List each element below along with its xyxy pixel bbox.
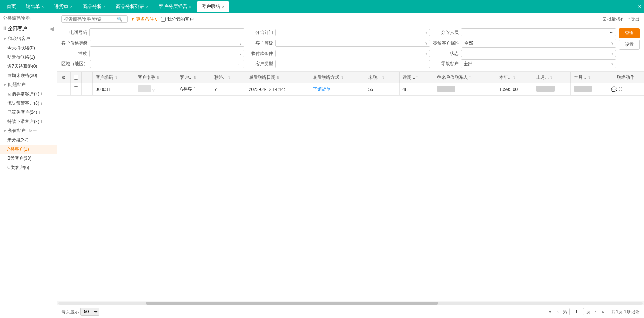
- sidebar-item-class-b[interactable]: B类客户(33): [0, 154, 57, 163]
- nav-tab-customer-contact[interactable]: 客户联络 ×: [197, 1, 229, 12]
- sidebar-section-problem-title[interactable]: ▼ 问题客户: [0, 80, 57, 89]
- column-settings-icon[interactable]: ⚙: [62, 75, 66, 80]
- sidebar-collapse-icon[interactable]: ◀: [50, 26, 54, 32]
- row-contact: 7: [214, 87, 217, 92]
- close-product-analysis-tab[interactable]: ×: [103, 4, 105, 9]
- churned-info-icon[interactable]: ℹ: [39, 110, 40, 114]
- churn-warning-info-icon[interactable]: ℹ: [41, 101, 42, 105]
- filter-item-phone: 电话号码: [61, 28, 244, 36]
- value-section-edit-icon[interactable]: ✏: [33, 128, 37, 133]
- th-last-month[interactable]: 上月... ⇅: [533, 72, 570, 83]
- repurchase-abnormal-label: 回购异常客户(2): [7, 91, 39, 97]
- export-btn[interactable]: ↑ 导出: [628, 16, 640, 22]
- phone-input[interactable]: [89, 28, 244, 36]
- th-this-month-sort-icon: ⇅: [587, 76, 590, 80]
- sidebar-item-ungrouped[interactable]: 未分组(32): [0, 135, 57, 145]
- th-this-year[interactable]: 本年... ⇅: [496, 72, 533, 83]
- th-last-date[interactable]: 最后联络日期 ⇅: [246, 72, 310, 83]
- chat-action-icon[interactable]: 💬: [611, 86, 617, 92]
- th-overdue[interactable]: 逾期... ⇅: [400, 72, 434, 83]
- sidebar-item-7days[interactable]: 近7天待联络(0): [0, 62, 57, 71]
- nature-select[interactable]: ∨: [89, 50, 244, 57]
- td-no-contact: 55: [365, 83, 400, 96]
- th-unit-contact[interactable]: 往来单位联系人 ⇅: [434, 72, 496, 83]
- dept-select[interactable]: ∨: [275, 29, 430, 36]
- th-name[interactable]: 客户名称 ⇅: [135, 72, 177, 83]
- close-purchase-tab[interactable]: ×: [70, 4, 72, 9]
- next-page-btn[interactable]: ›: [593, 308, 598, 315]
- repurchase-info-icon[interactable]: ℹ: [41, 92, 42, 96]
- region-input[interactable]: ···: [90, 60, 244, 68]
- prev-page-btn[interactable]: ‹: [555, 308, 561, 315]
- nav-tab-purchase[interactable]: 进货单 ×: [50, 1, 76, 12]
- more-filter-btn[interactable]: ▼ 更多条件 ∨: [130, 16, 158, 22]
- page-size-select[interactable]: 10 20 50 100: [80, 308, 99, 316]
- close-product-list-tab[interactable]: ×: [146, 4, 148, 9]
- batch-checkbox-icon: ☑: [602, 17, 607, 22]
- customer-type-input[interactable]: [275, 60, 430, 68]
- region-label: 区域（地区）: [61, 61, 88, 67]
- nav-tab-product-analysis[interactable]: 商品分析 ×: [78, 1, 110, 12]
- th-last-method-sort-icon: ⇅: [340, 76, 343, 80]
- sidebar-item-churn-warning[interactable]: 流失预警客户(3) ℹ: [0, 99, 57, 108]
- sidebar-item-repurchase-abnormal[interactable]: 回购异常客户(2) ℹ: [0, 89, 57, 99]
- payment-select[interactable]: ∨: [275, 50, 430, 57]
- th-code[interactable]: 客户编码 ⇅: [93, 72, 135, 83]
- th-contact[interactable]: 联络... ⇅: [211, 72, 246, 83]
- sidebar-item-class-a[interactable]: A类客户(1): [0, 145, 57, 154]
- td-code: 000031: [93, 83, 135, 96]
- row-last-method[interactable]: 下销货单: [313, 86, 330, 92]
- sidebar-item-today[interactable]: 今天待联络(0): [0, 43, 57, 53]
- th-no-contact-label: 未联...: [368, 74, 381, 81]
- close-all-tabs[interactable]: ×: [638, 3, 641, 10]
- page-input[interactable]: [569, 308, 584, 315]
- retail-attr-select[interactable]: 全部 ∨: [462, 39, 616, 48]
- close-customer-contact-tab[interactable]: ×: [222, 4, 224, 9]
- sidebar-item-churned[interactable]: 已流失客户(24) ℹ: [0, 108, 57, 117]
- sidebar-section-value-title[interactable]: ▼ 价值客户 ↻ ✏: [0, 126, 57, 135]
- declining-info-icon[interactable]: ℹ: [41, 120, 42, 124]
- nav-home[interactable]: 首页: [3, 3, 20, 10]
- query-button[interactable]: 查询: [619, 28, 640, 38]
- sidebar-item-declining[interactable]: 持续下滑客户(2) ℹ: [0, 117, 57, 126]
- td-settings: [57, 83, 71, 96]
- th-settings[interactable]: ⚙: [57, 72, 71, 83]
- value-section-refresh-icon[interactable]: ↻: [29, 128, 32, 133]
- customer-level-select[interactable]: ∨: [275, 40, 430, 47]
- sidebar-item-class-c[interactable]: C类客户(6): [0, 163, 57, 172]
- close-sales-tab[interactable]: ×: [42, 4, 44, 9]
- settings-button[interactable]: 设置: [619, 40, 640, 50]
- nav-tab-product-list[interactable]: 商品分析列表 ×: [111, 1, 153, 12]
- select-all-checkbox[interactable]: [74, 75, 78, 80]
- first-page-btn[interactable]: «: [547, 308, 553, 315]
- sidebar-search-input[interactable]: [3, 15, 57, 21]
- filter-search-icon[interactable]: 🔍: [117, 17, 122, 22]
- th-no-contact[interactable]: 未联... ⇅: [365, 72, 400, 83]
- person-input[interactable]: ···: [461, 28, 616, 36]
- my-customers-checkbox[interactable]: [161, 17, 166, 22]
- filter-item-nature: 性质 ∨: [61, 50, 244, 57]
- search-input[interactable]: [64, 17, 115, 22]
- horizontal-scroll[interactable]: [57, 301, 644, 305]
- th-this-month[interactable]: 本月... ⇅: [570, 72, 608, 83]
- price-level-select[interactable]: ∨: [90, 40, 244, 47]
- th-last-month-sort-icon: ⇅: [550, 76, 553, 80]
- status-select[interactable]: ∨: [461, 50, 616, 57]
- filter-bar: 🔍 ▼ 更多条件 ∨ 我分管的客户 ☑ 批量操作 ↑ 导出: [57, 13, 644, 25]
- sidebar-item-tomorrow[interactable]: 明天待联络(1): [0, 53, 57, 62]
- filter-item-payment: 收付款条件 ∨: [247, 50, 430, 57]
- sidebar-section-pending-title[interactable]: ▼ 待联络客户: [0, 34, 57, 43]
- row-checkbox[interactable]: [74, 86, 78, 91]
- batch-ops-btn[interactable]: ☑ 批量操作: [602, 16, 625, 22]
- nav-tab-customer-segment[interactable]: 客户分层经营 ×: [154, 1, 196, 12]
- nav-tab-sales[interactable]: 销售单 ×: [21, 1, 48, 12]
- qr-action-icon[interactable]: ⠿: [619, 86, 622, 92]
- last-page-btn[interactable]: »: [600, 308, 607, 315]
- close-customer-segment-tab[interactable]: ×: [189, 4, 191, 9]
- retail-customer-select[interactable]: 全部 ∨: [461, 59, 616, 68]
- th-level[interactable]: 客户... ⇅: [177, 72, 211, 83]
- sidebar-item-overdue[interactable]: 逾期未联络(30): [0, 71, 57, 80]
- filter-item-retail-attr: 零散客户属性 全部 ∨: [433, 39, 616, 48]
- th-last-method[interactable]: 最后联络方式 ⇅: [310, 72, 365, 83]
- region-dots: ···: [238, 61, 242, 67]
